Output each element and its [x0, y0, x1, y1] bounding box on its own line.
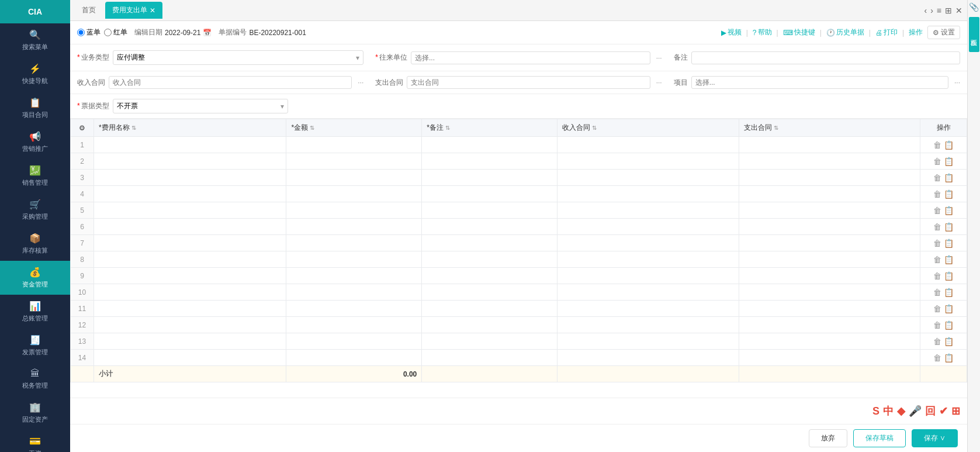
delete-row-button[interactable]: 🗑 [933, 353, 941, 363]
biz-type-select[interactable]: 应付调整 ▾ [113, 50, 364, 65]
blue-radio-label[interactable]: 蓝单 [77, 27, 101, 37]
delete-row-button[interactable]: 🗑 [933, 239, 941, 248]
amount-cell[interactable] [286, 301, 422, 317]
amount-sort-icon[interactable]: ⇅ [310, 125, 314, 131]
note-cell[interactable] [422, 186, 557, 202]
delete-row-button[interactable]: 🗑 [933, 288, 941, 297]
note-cell[interactable] [422, 333, 557, 350]
copy-row-button[interactable]: 📋 [944, 157, 954, 166]
note-cell[interactable] [422, 284, 557, 301]
expense-name-cell[interactable] [94, 202, 286, 219]
expense-name-cell[interactable] [94, 219, 286, 235]
note-cell[interactable] [422, 235, 557, 251]
expense-contract-cell[interactable] [739, 235, 920, 251]
note-cell[interactable] [422, 202, 557, 219]
income-contract-cell[interactable] [557, 268, 739, 284]
list-view-button[interactable]: ≡ [937, 6, 941, 15]
operation-link[interactable]: 操作 [909, 27, 923, 37]
delete-row-button[interactable]: 🗑 [933, 140, 941, 150]
expense-contract-cell[interactable] [739, 186, 920, 202]
income-contract-input[interactable] [109, 76, 352, 89]
note-cell[interactable] [422, 251, 557, 268]
income-contract-cell[interactable] [557, 251, 739, 268]
amount-cell[interactable] [286, 153, 422, 170]
discard-button[interactable]: 放弃 [809, 429, 847, 447]
remark-input[interactable] [691, 51, 960, 64]
expense-contract-cell[interactable] [739, 137, 920, 153]
income-contract-cell[interactable] [557, 333, 739, 350]
expense-name-cell[interactable] [94, 350, 286, 366]
income-contract-cell[interactable] [557, 186, 739, 202]
delete-row-button[interactable]: 🗑 [933, 320, 941, 330]
expense-contract-cell[interactable] [739, 202, 920, 219]
sidebar-item-assets[interactable]: 🏢 固定资产 [0, 396, 70, 430]
expense-name-cell[interactable] [94, 137, 286, 153]
print-link[interactable]: 🖨 打印 [875, 27, 898, 37]
screen-icon[interactable]: 回 [925, 404, 936, 418]
tab-close-icon[interactable]: ✕ [150, 6, 155, 15]
delete-row-button[interactable]: 🗑 [933, 189, 941, 199]
nav-left-button[interactable]: ‹ [924, 6, 927, 15]
expense-contract-cell[interactable] [739, 153, 920, 170]
calendar-icon[interactable]: 📅 [203, 29, 212, 37]
amount-cell[interactable] [286, 350, 422, 366]
right-attach-icon[interactable]: 📎 [969, 2, 979, 12]
copy-row-button[interactable]: 📋 [944, 271, 954, 281]
income-contract-cell[interactable] [557, 235, 739, 251]
note-cell[interactable] [422, 137, 557, 153]
expense-name-cell[interactable] [94, 170, 286, 186]
red-radio-input[interactable] [104, 29, 112, 36]
expense-contract-cell[interactable] [739, 301, 920, 317]
history-link[interactable]: 🕐 历史单据 [826, 27, 864, 37]
expense-name-sort-icon[interactable]: ⇅ [131, 125, 136, 131]
tab-home[interactable]: 首页 [75, 2, 103, 19]
note-cell[interactable] [422, 301, 557, 317]
shortcut-link[interactable]: ⌨ 快捷键 [783, 27, 815, 37]
save-button[interactable]: 保存 ∨ [912, 429, 958, 447]
blue-radio-input[interactable] [77, 29, 85, 36]
expense-name-cell[interactable] [94, 284, 286, 301]
delete-row-button[interactable]: 🗑 [933, 255, 941, 264]
save-draft-button[interactable]: 保存草稿 [853, 429, 906, 447]
note-column-header[interactable]: *备注 ⇅ [422, 119, 557, 137]
sidebar-item-payroll[interactable]: 💳 工资 [0, 430, 70, 452]
delete-row-button[interactable]: 🗑 [933, 337, 941, 346]
delete-row-button[interactable]: 🗑 [933, 222, 941, 232]
zhong-icon[interactable]: 中 [883, 404, 894, 418]
expense-contract-cell[interactable] [739, 317, 920, 333]
income-contract-cell[interactable] [557, 301, 739, 317]
delete-row-button[interactable]: 🗑 [933, 157, 941, 166]
note-cell[interactable] [422, 219, 557, 235]
expense-name-cell[interactable] [94, 251, 286, 268]
expense-name-column-header[interactable]: *费用名称 ⇅ [94, 119, 286, 137]
tab-expense[interactable]: 费用支出单 ✕ [105, 2, 162, 19]
expense-contract-cell[interactable] [739, 170, 920, 186]
sidebar-item-quicknav[interactable]: ⚡ 快捷导航 [0, 57, 70, 91]
copy-row-button[interactable]: 📋 [944, 189, 954, 199]
note-cell[interactable] [422, 268, 557, 284]
mic-icon[interactable]: 🎤 [909, 405, 922, 418]
copy-row-button[interactable]: 📋 [944, 173, 954, 182]
video-help-link[interactable]: ▶ 视频 [721, 27, 742, 37]
right-panel-tab[interactable]: 面板 [969, 17, 979, 52]
income-contract-cell[interactable] [557, 284, 739, 301]
expense-name-cell[interactable] [94, 333, 286, 350]
expense-name-cell[interactable] [94, 301, 286, 317]
delete-row-button[interactable]: 🗑 [933, 173, 941, 182]
expense-name-cell[interactable] [94, 235, 286, 251]
income-contract-column-header[interactable]: 收入合同 ⇅ [557, 119, 739, 137]
sidebar-item-search[interactable]: 🔍 搜索菜单 [0, 23, 70, 57]
amount-cell[interactable] [286, 186, 422, 202]
sidebar-item-invoice[interactable]: 🧾 发票管理 [0, 329, 70, 363]
copy-row-button[interactable]: 📋 [944, 239, 954, 248]
copy-row-button[interactable]: 📋 [944, 206, 954, 215]
income-contract-cell[interactable] [557, 317, 739, 333]
income-contract-cell[interactable] [557, 137, 739, 153]
amount-cell[interactable] [286, 251, 422, 268]
gear-column-header[interactable]: ⚙ [71, 119, 94, 137]
expense-contract-column-header[interactable]: 支出合同 ⇅ [739, 119, 920, 137]
copy-row-button[interactable]: 📋 [944, 288, 954, 297]
delete-row-button[interactable]: 🗑 [933, 206, 941, 215]
expense-contract-sort-icon[interactable]: ⇅ [774, 125, 778, 131]
expense-contract-cell[interactable] [739, 350, 920, 366]
